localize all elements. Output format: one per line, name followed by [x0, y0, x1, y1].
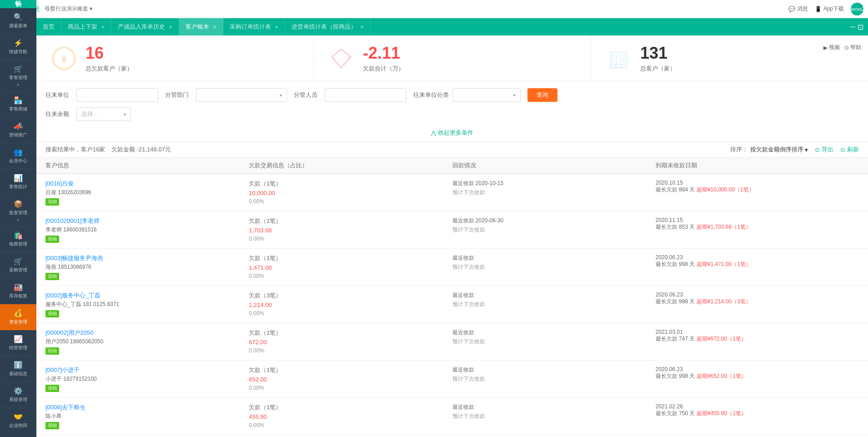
sidebar-logo[interactable]: 畅: [0, 0, 36, 8]
sidebar-item-零售管理[interactable]: 🛒 零售管理 ▲: [0, 60, 36, 91]
export-btn[interactable]: ⊙ 导出: [815, 146, 833, 154]
filter-label-balance: 往来余额: [45, 110, 73, 118]
avatar[interactable]: demo2: [851, 3, 863, 15]
cell-debt-2: 欠款（1笔） 1,471.00 0.00%: [249, 254, 452, 279]
nav-tab-1[interactable]: 商品上下架 ✕: [61, 18, 111, 35]
nav-tab-2[interactable]: 产成品入库单历史 ✕: [111, 18, 179, 35]
sidebar-item-批发管理[interactable]: 📦 批发管理 ▲: [0, 195, 36, 226]
nav-tab-close-5[interactable]: ✕: [360, 25, 364, 30]
collection-date-4: 最近收款: [452, 329, 656, 337]
filter-item-person: 分管人员 ...: [294, 88, 406, 102]
nav-tabs-end: ─ ⊡: [850, 23, 868, 31]
debt-ratio-1: 0.00%: [249, 236, 452, 242]
debt-amount-1: 1,703.68: [249, 227, 452, 234]
sidebar-label-11: 资金管理: [9, 319, 27, 325]
svg-marker-2: [331, 49, 350, 67]
table-row: [0016]吕俊 吕俊 13026203696 现销 欠款（1笔） 10,000…: [36, 174, 868, 211]
sidebar-label-10: 库存核算: [9, 293, 27, 299]
app-download-action[interactable]: 📱 App下载: [815, 5, 844, 13]
nav-tab-close-4[interactable]: ✕: [275, 25, 278, 30]
sidebar-item-快捷导航[interactable]: ⚡ 快捷导航: [0, 34, 36, 60]
nav-tab-label-4: 采购订单统计表: [230, 23, 271, 31]
filter-input-person[interactable]: ...: [325, 88, 406, 102]
customer-name-0[interactable]: [0016]吕俊: [45, 180, 74, 187]
sidebar-item-采购管理[interactable]: 🛒 采购管理: [0, 252, 36, 278]
customer-name-1[interactable]: [0001020001]李老师: [45, 217, 100, 224]
collection-plan-5: 预计下次收款: [452, 375, 656, 383]
sidebar-item-会员中心[interactable]: 👥 会员中心: [0, 143, 36, 169]
filter-arrow-balance: ▾: [124, 112, 126, 117]
debt-count-4: 欠款（1笔）: [249, 329, 452, 337]
sidebar-item-新手引导[interactable]: 📘 新手引导: [0, 434, 36, 437]
sidebar-icon-1: ⚡: [14, 39, 23, 47]
sidebar-item-基础信息[interactable]: ℹ️ 基础信息: [0, 356, 36, 382]
sidebar-item-库存核算[interactable]: 🏭 库存核算: [0, 278, 36, 304]
collapse-btn[interactable]: ⋀ 收起更多条件: [45, 126, 859, 139]
sidebar-item-经营管理[interactable]: 📈 经营管理: [0, 330, 36, 356]
overdue-tag-4[interactable]: 超期¥672.00（1笔）: [697, 336, 747, 342]
search-button[interactable]: 查询: [527, 88, 557, 102]
svg-marker-3: [331, 49, 350, 60]
refresh-btn[interactable]: ⊙ 刷新: [840, 146, 859, 154]
debt-ratio-0: 0.00%: [249, 198, 452, 205]
table-row: [000001]黄思源 黄思源 13552700226 现销 欠款（1笔） 42…: [36, 435, 868, 437]
overdue-days-3: 最长欠款 998 天 超期¥1,214.00（3笔）: [656, 298, 859, 306]
overdue-date-3: 2020.06.23: [656, 291, 859, 298]
filter-select-dept[interactable]: ▾: [196, 88, 287, 102]
stat-icon-yuan: ¥: [50, 45, 77, 72]
nav-collapse-icon[interactable]: ─: [850, 23, 855, 31]
nav-tab-3[interactable]: 客户账本 ✕: [179, 18, 223, 35]
customer-name-6[interactable]: [0006]去下粮仓: [45, 404, 85, 411]
cell-customer-5: [0007]小进干 小进干 18279152100 现销: [45, 366, 249, 392]
debt-ratio-4: 0.00%: [249, 347, 452, 354]
customer-name-3[interactable]: [0002]服务中心_丁磊: [45, 292, 100, 299]
help-btn[interactable]: ⊙ 帮助: [844, 44, 861, 51]
sidebar-item-零售统计[interactable]: 📊 零售统计: [0, 169, 36, 195]
sidebar-item-系统管理[interactable]: ⚙️ 系统管理: [0, 382, 36, 408]
customer-name-4[interactable]: [000002]用户2050: [45, 329, 94, 336]
cell-debt-3: 欠款（3笔） 1,214.00 0.00%: [249, 291, 452, 316]
svg-rect-5: [613, 55, 617, 58]
sidebar-item-资金管理[interactable]: 💰 资金管理: [0, 304, 36, 330]
customer-phone-3: 服务中心_丁磊 181 0125 8371: [45, 301, 249, 308]
sidebar-item-零售商城[interactable]: 🏪 零售商城: [0, 91, 36, 117]
filter-select-balance[interactable]: 选择... ▾: [76, 107, 131, 121]
cell-debt-4: 欠款（1笔） 672.00 0.00%: [249, 329, 452, 354]
sidebar-item-企业协同[interactable]: 🤝 企业协同: [0, 408, 36, 434]
nav-tab-close-3[interactable]: ✕: [213, 25, 216, 30]
message-action[interactable]: 💬 消息: [788, 5, 808, 13]
sidebar-item-营销推广[interactable]: 📣 营销推广: [0, 117, 36, 143]
customer-name-5[interactable]: [0007]小进干: [45, 367, 80, 373]
nav-tab-4[interactable]: 采购订单统计表 ✕: [223, 18, 285, 35]
sidebar-item-电商管理[interactable]: 🛍️ 电商管理: [0, 226, 36, 252]
nav-tab-close-1[interactable]: ✕: [101, 25, 105, 30]
overdue-tag-2[interactable]: 超期¥1,471.00（1笔）: [697, 261, 751, 267]
sidebar-item-搜索菜单[interactable]: 🔍 搜索菜单: [0, 8, 36, 34]
overdue-tag-6[interactable]: 超期¥455.90（1笔）: [697, 410, 747, 417]
overdue-tag-3[interactable]: 超期¥1,214.00（3笔）: [697, 298, 751, 305]
filter-input-partner[interactable]: ...: [76, 88, 158, 102]
result-bar-right: 排序： 按欠款金额倒序排序 ▾ ⊙ 导出 ⊙ 刷新: [730, 146, 859, 154]
message-label: 消息: [797, 5, 808, 13]
store-arrow[interactable]: ▾: [90, 5, 92, 12]
overdue-date-0: 2020.10.15: [656, 180, 859, 186]
filter-area: 往来单位 ... 分管部门 ▾ 分管人员 ...: [36, 81, 868, 142]
filter-item-dept: 分管部门 ▾: [165, 88, 287, 102]
nav-expand-icon[interactable]: ⊡: [858, 23, 863, 31]
sidebar-icon-15: 🤝: [14, 412, 23, 421]
sidebar-icon-6: 📊: [14, 174, 23, 182]
video-btn[interactable]: ▶ 视频: [823, 44, 840, 51]
customer-phone-2: 海燕 18513066976: [45, 263, 249, 271]
result-summary: 搜索结果中，客户16家 欠款金额 -21,148.07元: [45, 146, 171, 154]
overdue-tag-1[interactable]: 超期¥1,703.68（1笔）: [697, 224, 751, 230]
nav-tab-0[interactable]: 首页: [36, 18, 61, 35]
customer-name-2[interactable]: [0003]畅捷服务尹海燕: [45, 255, 103, 261]
sidebar-icon-11: 💰: [14, 309, 23, 317]
cell-customer-6: [0006]去下粮仓 陈小希 现销: [45, 403, 249, 429]
overdue-tag-0[interactable]: 超期¥10,000.00（1笔）: [697, 186, 754, 193]
nav-tab-close-2[interactable]: ✕: [169, 25, 172, 30]
nav-tab-5[interactable]: 进货单统计表（按商品） ✕: [285, 18, 371, 35]
overdue-tag-5[interactable]: 超期¥652.00（1笔）: [697, 373, 747, 379]
sort-value[interactable]: 按欠款金额倒序排序 ▾: [750, 146, 808, 154]
filter-select-category[interactable]: ▾: [452, 88, 521, 102]
